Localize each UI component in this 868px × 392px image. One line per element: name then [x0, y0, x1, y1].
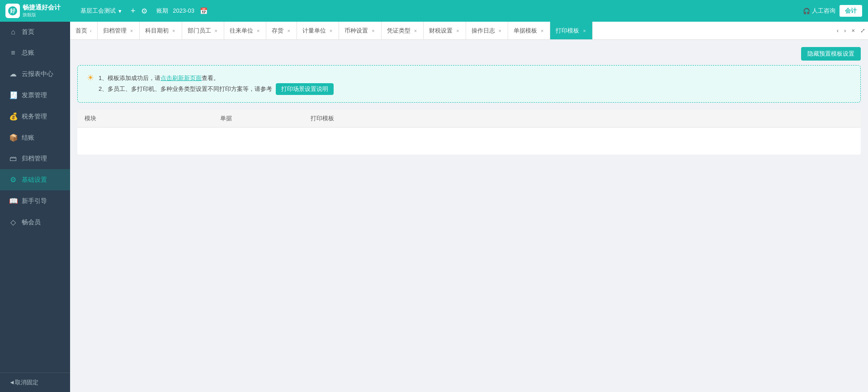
- dropdown-icon: ▾: [118, 8, 122, 14]
- sidebar-item-guide[interactable]: 📖 新手引导: [0, 190, 70, 212]
- table-container: 模块 单据 打印模板: [77, 110, 861, 155]
- settle-icon: 📦: [9, 133, 17, 142]
- sidebar-item-settings[interactable]: ⚙ 基础设置: [0, 169, 70, 190]
- sidebar-item-tax[interactable]: 💰 税务管理: [0, 106, 70, 127]
- unpin-label: ◄取消固定: [9, 378, 38, 387]
- tab-label: 操作日志: [472, 27, 495, 35]
- invoice-icon: 🧾: [9, 91, 17, 99]
- tab-label: 币种设置: [344, 27, 368, 35]
- tab-print-tmpl[interactable]: 打印模板 ×: [550, 22, 592, 39]
- top-actions: 🎧 人工咨询 会计: [803, 5, 863, 17]
- tab-label: 财税设置: [429, 27, 453, 35]
- sidebar-item-label: 发票管理: [22, 91, 47, 99]
- ai-consult-button[interactable]: 🎧 人工咨询: [803, 7, 835, 15]
- tab-close-icon[interactable]: ×: [582, 28, 586, 34]
- tab-close-icon[interactable]: ×: [171, 28, 176, 34]
- tab-bar: 首页 ‹ 归档管理 × 科目期初 × 部门员工 × 往来单位 × 存货 ×: [70, 22, 868, 40]
- info-text: 1、模板添加成功后，请点击刷新新页面查看。 2、多员工、多打印机、多种业务类型设…: [99, 73, 334, 95]
- tab-close-icon[interactable]: ×: [286, 28, 291, 34]
- sidebar-item-label: 新手引导: [22, 197, 47, 205]
- app-sub: 旗舰版: [23, 12, 61, 18]
- tab-prev-icon: ‹: [90, 28, 92, 33]
- main-layout: ⌂ 首页 ≡ 总账 ☁ 云报表中心 🧾 发票管理 💰 税务管理 📦 结账 🗃 归…: [0, 22, 868, 392]
- tab-expand-button[interactable]: ⤢: [858, 22, 868, 39]
- tab-close-icon[interactable]: ×: [214, 28, 218, 34]
- tab-stock[interactable]: 存货 ×: [266, 22, 297, 39]
- sidebar-item-label: 总账: [22, 49, 34, 57]
- col-print-tmpl: 打印模板: [303, 110, 861, 127]
- settings-icon: ⚙: [9, 175, 17, 184]
- sidebar-item-member[interactable]: ◇ 畅会员: [0, 212, 70, 233]
- tab-label: 科目期初: [145, 27, 169, 35]
- tab-close-icon[interactable]: ×: [371, 28, 375, 34]
- sidebar-item-reports[interactable]: ☁ 云报表中心: [0, 63, 70, 85]
- tab-dept[interactable]: 部门员工 ×: [182, 22, 224, 39]
- hide-preview-button[interactable]: 隐藏预置模板设置: [801, 47, 861, 61]
- tab-unit[interactable]: 计量单位 ×: [297, 22, 339, 39]
- sidebar-item-label: 云报表中心: [22, 70, 53, 78]
- tab-label: 存货: [272, 27, 283, 35]
- tab-label: 归档管理: [103, 27, 127, 35]
- sidebar-item-home[interactable]: ⌂ 首页: [0, 22, 70, 43]
- tab-currency[interactable]: 币种设置 ×: [339, 22, 381, 39]
- page-content: 隐藏预置模板设置 ☀ 1、模板添加成功后，请点击刷新新页面查看。 2、多员工、多…: [70, 40, 868, 392]
- tab-close-icon[interactable]: ×: [329, 28, 333, 34]
- tab-close-icon[interactable]: ×: [455, 28, 460, 34]
- sidebar-item-ledger[interactable]: ≡ 总账: [0, 43, 70, 63]
- col-module: 模块: [77, 110, 213, 127]
- info-banner-content: ☀ 1、模板添加成功后，请点击刷新新页面查看。 2、多员工、多打印机、多种业务类…: [87, 73, 851, 95]
- tab-prev-button[interactable]: ‹: [834, 22, 841, 39]
- calendar-icon[interactable]: 📅: [200, 7, 208, 14]
- sidebar-item-label: 畅会员: [22, 218, 41, 227]
- project-name: 基层工会测试: [80, 7, 116, 15]
- tab-label: 首页: [75, 27, 87, 35]
- info-line1-after: 查看。: [202, 75, 219, 81]
- tab-single-tmpl[interactable]: 单据模板 ×: [508, 22, 550, 39]
- tab-close-icon[interactable]: ×: [256, 28, 260, 34]
- tab-close-icon[interactable]: ×: [129, 28, 134, 34]
- home-icon: ⌂: [9, 28, 17, 36]
- headset-icon: 🎧: [803, 8, 810, 14]
- tab-close-icon[interactable]: ×: [540, 28, 544, 34]
- tab-label: 往来单位: [230, 27, 253, 35]
- tab-label: 计量单位: [302, 27, 326, 35]
- top-bar: 好 畅捷通好会计 旗舰版 基层工会测试 ▾ + ⚙ 账期 2023-03 📅 🎧…: [0, 0, 868, 22]
- tab-label: 打印模板: [556, 27, 579, 35]
- tab-vendor[interactable]: 往来单位 ×: [224, 22, 266, 39]
- guide-icon: 📖: [9, 197, 17, 205]
- project-selector[interactable]: 基层工会测试 ▾: [77, 5, 125, 17]
- sidebar-item-label: 结账: [22, 134, 34, 142]
- sidebar-item-archive[interactable]: 🗃 归档管理: [0, 148, 70, 169]
- tab-voucher[interactable]: 凭证类型 ×: [382, 22, 424, 39]
- sidebar-item-label: 首页: [22, 28, 34, 36]
- tab-close-icon[interactable]: ×: [413, 28, 418, 34]
- add-icon[interactable]: +: [131, 6, 136, 16]
- scene-settings-button[interactable]: 打印场景设置说明: [276, 83, 334, 95]
- tab-tax-set[interactable]: 财税设置 ×: [424, 22, 466, 39]
- tab-archive[interactable]: 归档管理 ×: [98, 22, 140, 39]
- tab-oplog[interactable]: 操作日志 ×: [466, 22, 508, 39]
- sidebar-item-label: 基础设置: [22, 176, 47, 184]
- account-button[interactable]: 会计: [839, 5, 863, 17]
- cloud-icon: ☁: [9, 70, 17, 78]
- tab-close-all-button[interactable]: ×: [849, 22, 858, 39]
- tab-home[interactable]: 首页 ‹: [70, 22, 98, 39]
- sidebar-item-invoice[interactable]: 🧾 发票管理: [0, 85, 70, 106]
- ledger-icon: ≡: [9, 49, 17, 57]
- refresh-link[interactable]: 点击刷新新页面: [160, 75, 202, 81]
- tax-icon: 💰: [9, 112, 17, 121]
- tab-label: 部门员工: [188, 27, 211, 35]
- settings-icon[interactable]: ⚙: [141, 7, 147, 15]
- action-bar: 隐藏预置模板设置: [77, 47, 861, 61]
- period-label: 账期 2023-03: [156, 7, 195, 15]
- table-header: 模块 单据 打印模板: [77, 110, 861, 128]
- unpin-button[interactable]: ◄取消固定: [0, 373, 70, 392]
- tab-subject[interactable]: 科目期初 ×: [140, 22, 182, 39]
- tab-label: 单据模板: [514, 27, 537, 35]
- lightbulb-icon: ☀: [87, 73, 94, 83]
- tab-close-icon[interactable]: ×: [498, 28, 502, 34]
- info-line2: 2、多员工、多打印机、多种业务类型设置不同打印方案等，请参考: [99, 85, 272, 92]
- sidebar-item-settle[interactable]: 📦 结账: [0, 127, 70, 148]
- content-area: 首页 ‹ 归档管理 × 科目期初 × 部门员工 × 往来单位 × 存货 ×: [70, 22, 868, 392]
- tab-next-button[interactable]: ›: [841, 22, 849, 39]
